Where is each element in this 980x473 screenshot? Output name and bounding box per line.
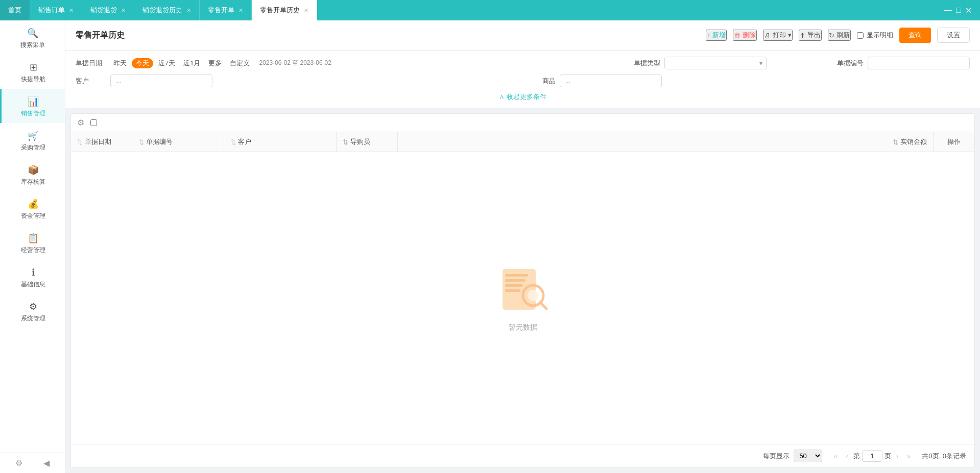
export-label: 导出 (807, 31, 821, 40)
sidebar-item-quick-nav[interactable]: ⊞ 快捷导航 (0, 55, 65, 89)
th-amount[interactable]: ⇅ 实销金额 (872, 132, 934, 152)
refresh-button[interactable]: ↻ 刷新 (828, 30, 851, 41)
current-page-input[interactable] (862, 450, 882, 462)
settings-btn[interactable]: ⚙ (15, 458, 22, 468)
tab-sales-order-label: 销售订单 (38, 6, 65, 15)
top-bar: 首页 销售订单 ✕ 销货退货 ✕ 销货退货历史 ✕ 零售开单 ✕ 零售开单历史 … (0, 0, 980, 20)
purchase-mgmt-icon: 🛒 (28, 130, 39, 141)
type-filter-label: 单据类型 (630, 59, 660, 68)
date-opt-more[interactable]: 更多 (205, 58, 225, 69)
tab-retail-open-history[interactable]: 零售开单历史 ✕ (252, 0, 317, 20)
page-size-select[interactable]: 10 20 50 100 (794, 450, 822, 462)
collapse-more-btn[interactable]: ∧ 收起更多条件 (76, 92, 970, 102)
goods-filter-label: 商品 (525, 77, 556, 86)
page-total: 共0页, 0条记录 (922, 452, 966, 461)
sidebar-item-purchase-mgmt-label: 采购管理 (21, 143, 45, 152)
print-icon: 🖨 (764, 32, 771, 39)
date-opt-today[interactable]: 今天 (132, 58, 153, 68)
sidebar-bottom: ⚙ ◀ (0, 453, 65, 473)
inventory-icon: 📦 (28, 164, 39, 176)
date-opt-custom[interactable]: 自定义 (227, 58, 253, 69)
customer-filter-input[interactable] (110, 74, 212, 87)
tab-home-label: 首页 (8, 6, 21, 15)
page-word: 第 (853, 452, 860, 461)
th-guide[interactable]: ⇅ 导购员 (337, 132, 398, 152)
setting-button[interactable]: 设置 (937, 28, 970, 43)
sort-guide-icon: ⇅ (343, 138, 348, 146)
th-op: 操作 (934, 132, 974, 152)
sidebar-item-purchase-mgmt[interactable]: 🛒 采购管理 (0, 123, 65, 157)
tab-home[interactable]: 首页 (0, 0, 30, 20)
select-all-checkbox[interactable] (90, 119, 97, 126)
th-amount-label: 实销金额 (900, 137, 927, 146)
close-tab-retail-open-history[interactable]: ✕ (304, 7, 308, 14)
sidebar-item-operation[interactable]: 📋 经营管理 (0, 226, 65, 260)
type-select-wrapper (664, 57, 767, 69)
refresh-label: 刷新 (836, 31, 850, 40)
th-op-label: 操作 (947, 137, 961, 146)
query-button[interactable]: 查询 (899, 28, 931, 43)
sidebar-item-basic-info[interactable]: ℹ 基础信息 (0, 260, 65, 294)
th-guide-label: 导购员 (350, 137, 370, 146)
tab-retail-open[interactable]: 零售开单 ✕ (200, 0, 252, 20)
content-area: 零售开单历史 + 新增 🗑 删除 🖨 打印 ▾ ⬆ 导出 ↻ 刷新 (65, 20, 980, 473)
sidebar-item-finance[interactable]: 💰 资金管理 (0, 191, 65, 226)
window-max-btn[interactable]: □ (956, 6, 961, 15)
sidebar-item-sys-mgmt[interactable]: ⚙ 系统管理 (0, 294, 65, 328)
prev-page-btn[interactable]: ‹ (843, 451, 851, 461)
filter-row-1: 单据日期 昨天 今天 近7天 近1月 更多 自定义 2023-06-02 至 2… (76, 57, 970, 69)
tab-sales-order[interactable]: 销售订单 ✕ (30, 0, 82, 20)
th-date-label: 单据日期 (85, 137, 111, 146)
th-flex (398, 132, 872, 152)
sort-num-icon: ⇅ (138, 138, 144, 146)
close-tab-sales-return-history[interactable]: ✕ (186, 7, 191, 14)
refresh-icon: ↻ (829, 32, 834, 39)
th-customer[interactable]: ⇅ 客户 (224, 132, 337, 152)
date-options: 昨天 今天 近7天 近1月 更多 自定义 2023-06-02 至 2023-0… (110, 58, 331, 69)
tab-sales-return[interactable]: 销货退货 ✕ (82, 0, 134, 20)
date-opt-last7[interactable]: 近7天 (155, 58, 178, 69)
first-page-btn[interactable]: « (830, 451, 841, 461)
th-date[interactable]: ⇅ 单据日期 (71, 132, 132, 152)
last-page-btn[interactable]: » (904, 451, 914, 461)
window-close-btn[interactable]: ✕ (965, 6, 972, 15)
print-label: 打印 ▾ (773, 31, 792, 40)
num-filter-input[interactable] (868, 57, 970, 69)
close-tab-sales-return[interactable]: ✕ (121, 7, 126, 14)
goods-filter-input[interactable] (560, 74, 662, 87)
sidebar-item-inventory[interactable]: 📦 库存核算 (0, 157, 65, 191)
tab-retail-open-history-label: 零售开单历史 (260, 6, 300, 15)
th-num[interactable]: ⇅ 单据编号 (132, 132, 224, 152)
table-settings-icon[interactable]: ⚙ (77, 118, 84, 128)
svg-rect-2 (505, 279, 525, 282)
print-button[interactable]: 🖨 打印 ▾ (763, 30, 793, 41)
sort-customer-icon: ⇅ (230, 138, 236, 146)
sidebar-item-quick-nav-label: 快捷导航 (21, 75, 45, 84)
sidebar-item-sales-mgmt[interactable]: 📊 销售管理 (0, 89, 65, 123)
next-page-btn[interactable]: › (893, 451, 902, 461)
display-detail-toggle[interactable]: 显示明细 (857, 31, 893, 40)
table-toolbar: ⚙ (71, 114, 974, 132)
empty-icon (492, 264, 554, 315)
display-detail-checkbox[interactable] (857, 32, 864, 39)
page-header: 零售开单历史 + 新增 🗑 删除 🖨 打印 ▾ ⬆ 导出 ↻ 刷新 (65, 20, 980, 51)
operation-icon: 📋 (28, 233, 39, 244)
delete-button[interactable]: 🗑 删除 (733, 30, 757, 41)
svg-rect-3 (505, 284, 523, 287)
svg-rect-1 (505, 274, 528, 277)
export-button[interactable]: ⬆ 导出 (799, 30, 822, 41)
type-filter-select[interactable] (664, 57, 767, 69)
collapse-sidebar-btn[interactable]: ◀ (43, 458, 50, 468)
close-tab-retail-open[interactable]: ✕ (238, 7, 243, 14)
window-min-btn[interactable]: — (944, 6, 952, 15)
filter-bar: 单据日期 昨天 今天 近7天 近1月 更多 自定义 2023-06-02 至 2… (65, 51, 980, 108)
sidebar-search[interactable]: 🔍 搜索采单 (0, 20, 65, 55)
date-opt-yesterday[interactable]: 昨天 (110, 58, 130, 69)
date-opt-last-month[interactable]: 近1月 (180, 58, 203, 69)
tab-sales-return-label: 销货退货 (90, 6, 117, 15)
basic-info-icon: ℹ (32, 267, 35, 278)
close-tab-sales-order[interactable]: ✕ (69, 7, 74, 14)
add-button[interactable]: + 新增 (706, 30, 727, 41)
empty-text: 暂无数据 (509, 323, 537, 332)
tab-sales-return-history[interactable]: 销货退货历史 ✕ (134, 0, 200, 20)
